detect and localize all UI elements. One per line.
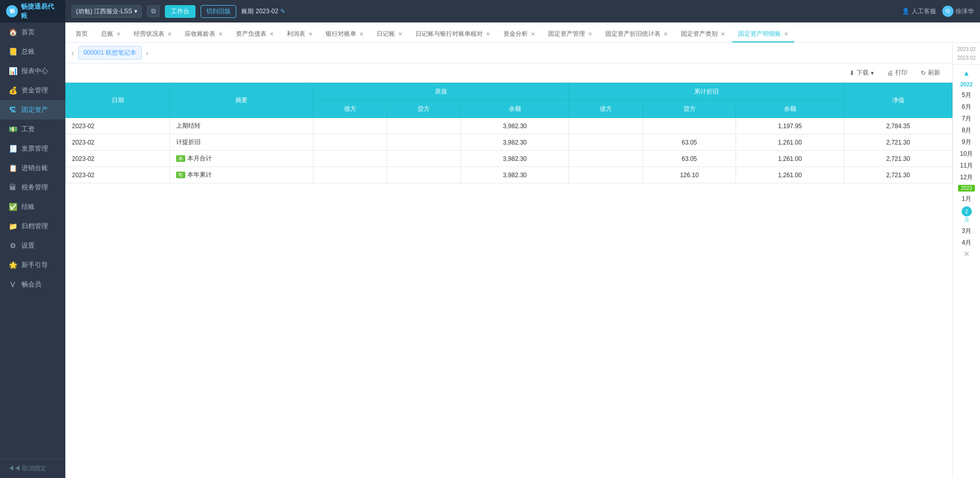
cell-acc-debit-1: [569, 134, 643, 151]
tab-label-11: 固定资产折旧统计表: [605, 30, 660, 38]
download-button[interactable]: ⬇ 下载 ▾: [845, 66, 878, 79]
tab-9[interactable]: 资金分析✕: [497, 27, 541, 42]
chevron-down-icon: ▾: [871, 69, 874, 77]
sidebar-item-工资[interactable]: 💵工资: [0, 119, 65, 139]
month-8[interactable]: 8月: [953, 125, 980, 136]
tab-close-2[interactable]: ✕: [167, 31, 172, 37]
avatar-icon: 徐: [942, 6, 953, 17]
month-3[interactable]: 3月: [953, 225, 980, 237]
th-abstract: 摘要: [170, 83, 313, 118]
right-panel-date-1[interactable]: 2023.02: [953, 45, 980, 54]
year-2022: 2022: [960, 79, 972, 89]
tab-7[interactable]: 日记账✕: [371, 27, 408, 42]
cell-acc-balance-0: 1,197.95: [736, 118, 844, 134]
user-profile[interactable]: 徐 徐泽华: [942, 6, 974, 17]
tab-close-11[interactable]: ✕: [664, 31, 668, 37]
tab-close-3[interactable]: ✕: [218, 31, 223, 37]
tab-close-7[interactable]: ✕: [398, 31, 402, 37]
sidebar-label-10: 归档管理: [21, 222, 48, 231]
month-9[interactable]: 9月: [953, 136, 980, 148]
sidebar-label-6: 发票管理: [21, 144, 48, 153]
month-1[interactable]: 1月: [953, 193, 980, 205]
tab-close-8[interactable]: ✕: [486, 31, 490, 37]
cell-orig-debit-0: [313, 118, 387, 134]
copy-icon-btn[interactable]: ⧉: [147, 5, 160, 17]
right-panel-date-2[interactable]: 2023.02: [953, 54, 980, 62]
tab-label-2: 经营状况表: [134, 30, 164, 38]
tab-4[interactable]: 资产负债表✕: [230, 27, 280, 42]
sidebar-item-归档管理[interactable]: 📁归档管理: [0, 217, 65, 236]
sidebar: 畅 畅捷通易代账 🏠首页📒总账📊报表中心💰资金管理🏗固定资产💵工资🧾发票管理📋进…: [0, 0, 65, 478]
sidebar-item-发票管理[interactable]: 🧾发票管理: [0, 139, 65, 158]
tab-close-10[interactable]: ✕: [588, 31, 592, 37]
tab-10[interactable]: 固定资产管理✕: [542, 27, 598, 42]
cell-orig-balance-1: 3,982.30: [461, 134, 569, 151]
cell-net-value-3: 2,721.30: [844, 167, 952, 183]
row-tag-2: 本: [176, 155, 185, 162]
app-logo: 畅 畅捷通易代账: [0, 0, 65, 22]
month-7[interactable]: 7月: [953, 113, 980, 125]
tab-5[interactable]: 利润表✕: [281, 27, 318, 42]
month-4[interactable]: 4月: [953, 237, 980, 249]
sidebar-icon-6: 🧾: [8, 145, 17, 153]
tab-12[interactable]: 固定资产类别✕: [675, 27, 731, 42]
sidebar-footer[interactable]: ◀◀ 取消固定: [0, 459, 65, 478]
table-row: 2023-02 计提折旧 3,982.30 63.05 1,261.00 2,7…: [66, 134, 952, 151]
sidebar-item-资金管理[interactable]: 💰资金管理: [0, 81, 65, 100]
tab-label-13: 固定资产明细账: [738, 30, 781, 38]
tab-3[interactable]: 应收账龄表✕: [179, 27, 229, 42]
tab-6[interactable]: 银行对账单✕: [320, 27, 370, 42]
tab-close-6[interactable]: ✕: [359, 31, 363, 37]
up-arrow-icon[interactable]: ▲: [963, 67, 970, 79]
table-row: 2023-02 年本年累计 3,982.30 126.10 1,261.00 2…: [66, 167, 952, 183]
close-panel-icon[interactable]: ✕: [964, 249, 970, 259]
sidebar-item-首页[interactable]: 🏠首页: [0, 22, 65, 42]
sidebar-item-设置[interactable]: ⚙设置: [0, 236, 65, 255]
sidebar-item-新手引导[interactable]: 🌟新手引导: [0, 255, 65, 275]
cell-orig-balance-2: 3,982.30: [461, 151, 569, 167]
sidebar-item-进销台账[interactable]: 📋进销台账: [0, 158, 65, 178]
company-selector[interactable]: (劝勉) 江西服业-LSS ▾: [71, 5, 142, 18]
sub-tab-item[interactable]: 000001 联想笔记本: [78, 46, 142, 60]
table-row: 2023-02 本本月合计 3,982.30 63.05 1,261.00 2,…: [66, 151, 952, 167]
tab-label-0: 首页: [76, 30, 88, 38]
tab-close-9[interactable]: ✕: [531, 31, 535, 37]
month-11[interactable]: 11月: [953, 160, 980, 172]
sidebar-item-固定资产[interactable]: 🏗固定资产: [0, 100, 65, 119]
month-12[interactable]: 12月: [953, 172, 980, 183]
tab-close-13[interactable]: ✕: [784, 31, 788, 37]
sidebar-item-结账[interactable]: ✅结账: [0, 197, 65, 217]
tab-0[interactable]: 首页: [69, 27, 94, 42]
tab-close-1[interactable]: ✕: [116, 31, 120, 37]
month-5[interactable]: 5月: [953, 89, 980, 101]
tab-close-5[interactable]: ✕: [308, 31, 312, 37]
tab-close-4[interactable]: ✕: [270, 31, 274, 37]
human-service[interactable]: 👤 人工客服: [902, 7, 936, 16]
tab-11[interactable]: 固定资产折旧统计表✕: [599, 27, 674, 42]
month-10[interactable]: 10月: [953, 148, 980, 160]
prev-subtab-icon[interactable]: ‹: [71, 49, 74, 57]
sidebar-icon-1: 📒: [8, 47, 17, 56]
tab-close-12[interactable]: ✕: [721, 31, 725, 37]
sidebar-item-畅会员[interactable]: V畅会员: [0, 275, 65, 294]
workspace-button[interactable]: 工作台: [165, 5, 195, 18]
tab-13[interactable]: 固定资产明细账✕: [732, 27, 794, 42]
refresh-button[interactable]: ↻ 刷新: [917, 66, 944, 79]
company-name: (劝勉) 江西服业-LSS: [76, 7, 132, 16]
sidebar-item-税务管理[interactable]: 🏛税务管理: [0, 178, 65, 197]
tab-8[interactable]: 日记账与银行对账单核对✕: [409, 27, 496, 42]
tab-1[interactable]: 总账✕: [95, 27, 127, 42]
month-6[interactable]: 6月: [953, 101, 980, 113]
tab-2[interactable]: 经营状况表✕: [128, 27, 178, 42]
sidebar-label-2: 报表中心: [21, 66, 48, 76]
logo-icon: 畅: [6, 5, 18, 17]
next-subtab-icon[interactable]: ›: [146, 49, 149, 57]
month-2-active[interactable]: 2 月: [953, 205, 980, 225]
switch-version-button[interactable]: 切到旧版: [201, 5, 236, 18]
sidebar-item-总账[interactable]: 📒总账: [0, 42, 65, 61]
edit-period-icon[interactable]: ✎: [280, 8, 285, 15]
sidebar-item-报表中心[interactable]: 📊报表中心: [0, 61, 65, 81]
tab-label-3: 应收账龄表: [185, 30, 215, 38]
th-acc-debit: 借方: [569, 101, 643, 118]
print-button[interactable]: 🖨 打印: [883, 66, 912, 79]
